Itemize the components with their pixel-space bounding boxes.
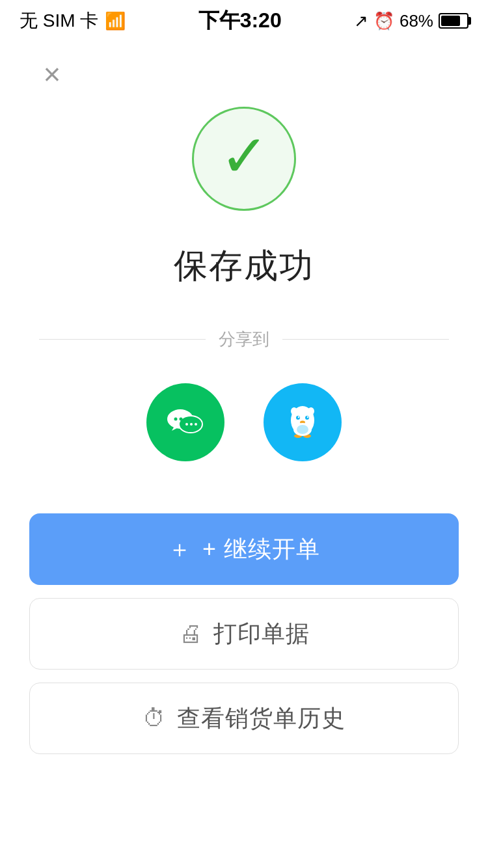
- svg-point-4: [185, 418, 188, 421]
- divider-right: [282, 339, 449, 340]
- svg-point-3: [180, 418, 183, 421]
- carrier-text: 无 SIM 卡: [20, 8, 98, 33]
- continue-label: + 继续开单: [202, 534, 320, 565]
- print-button[interactable]: 🖨 打印单据: [29, 598, 459, 670]
- share-divider: 分享到: [0, 328, 488, 351]
- svg-point-18: [297, 425, 308, 434]
- svg-point-19: [291, 407, 297, 415]
- battery-percentage: 68%: [400, 11, 433, 31]
- svg-point-20: [308, 407, 314, 415]
- status-bar: 无 SIM 卡 📶 下午3:20 ↗ ⏰ 68%: [0, 0, 488, 42]
- print-icon: 🖨: [179, 620, 203, 647]
- share-label: 分享到: [206, 328, 282, 351]
- alarm-icon: ⏰: [373, 11, 394, 31]
- history-label: 查看销货单历史: [177, 703, 346, 735]
- location-icon: ↗: [354, 11, 368, 31]
- svg-point-12: [298, 416, 299, 418]
- wifi-icon: 📶: [105, 11, 126, 31]
- time-display: 下午3:20: [198, 7, 282, 35]
- divider-left: [39, 339, 206, 340]
- success-circle: ✓: [192, 107, 296, 211]
- history-button[interactable]: ⏱ 查看销货单历史: [29, 683, 459, 754]
- main-content: ✓ 保存成功 分享到: [0, 42, 488, 754]
- plus-icon: ＋: [168, 534, 192, 565]
- wechat-icon: [163, 400, 208, 445]
- status-right: ↗ ⏰ 68%: [354, 11, 468, 31]
- history-icon: ⏱: [142, 705, 167, 732]
- checkmark-icon: ✓: [220, 127, 269, 185]
- close-icon: ×: [44, 59, 61, 89]
- svg-point-7: [190, 423, 193, 426]
- continue-button[interactable]: ＋ + 继续开单: [29, 513, 459, 585]
- qq-icon: [280, 400, 325, 445]
- svg-point-2: [174, 418, 178, 421]
- print-label: 打印单据: [213, 618, 310, 650]
- share-icons-row: [146, 383, 342, 461]
- actions-container: ＋ + 继续开单 🖨 打印单据 ⏱ 查看销货单历史: [29, 513, 459, 754]
- svg-point-13: [307, 416, 308, 418]
- svg-point-11: [305, 416, 309, 420]
- wechat-share-button[interactable]: [146, 383, 224, 461]
- svg-point-10: [296, 416, 300, 420]
- close-button[interactable]: ×: [33, 55, 72, 94]
- success-title: 保存成功: [174, 243, 314, 289]
- status-left: 无 SIM 卡 📶: [20, 8, 126, 33]
- battery-icon: [439, 13, 468, 29]
- qq-share-button[interactable]: [264, 383, 342, 461]
- svg-point-8: [195, 423, 197, 426]
- svg-point-6: [185, 423, 188, 426]
